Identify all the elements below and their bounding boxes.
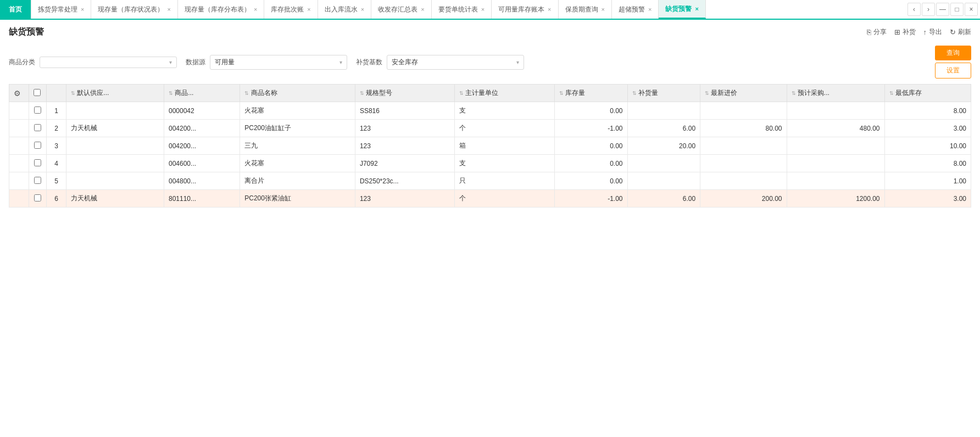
main-content: 缺货预警 ⎘ 分享 ⊞ 补货 ↑ 导出 ↻ 刷新 商品分类 [0, 20, 980, 437]
category-select[interactable]: ▾ [40, 57, 177, 68]
replenish-icon: ⊞ [894, 28, 900, 36]
row-supplier [66, 155, 164, 172]
row-num: 4 [47, 155, 66, 172]
row-check-cell[interactable] [29, 120, 47, 137]
replenish-base-label: 补货基数 [356, 58, 382, 67]
refresh-label: 刷新 [958, 27, 971, 37]
tab-close-icon[interactable]: × [602, 6, 605, 13]
column-product-name[interactable]: ⇅ 商品名称 [240, 85, 355, 102]
row-checkbox[interactable] [34, 177, 41, 184]
row-unit: 只 [454, 172, 554, 190]
column-unit[interactable]: ⇅ 主计量单位 [454, 85, 554, 102]
row-check-cell[interactable] [29, 155, 47, 172]
tab-close-icon[interactable]: × [361, 6, 364, 13]
replenish-button[interactable]: ⊞ 补货 [894, 27, 916, 37]
row-unit: 个 [454, 190, 554, 208]
column-latest-price[interactable]: ⇅ 最新进价 [700, 85, 787, 102]
export-label: 导出 [929, 27, 942, 37]
share-button[interactable]: ⎘ 分享 [867, 27, 887, 37]
tab-close-icon[interactable]: × [648, 6, 652, 13]
column-product-code[interactable]: ⇅ 商品... [164, 85, 240, 102]
tab-close-icon[interactable]: × [481, 6, 485, 13]
tab-minimize-btn[interactable]: — [936, 3, 949, 16]
column-est-purchase[interactable]: ⇅ 预计采购... [787, 85, 884, 102]
row-spec: 123 [355, 120, 454, 137]
tab-receive-summary[interactable]: 收发存汇总表× [371, 0, 431, 19]
tab-close-icon[interactable]: × [81, 6, 84, 13]
tab-label: 拣货异常处理 [38, 5, 77, 14]
row-latest-price: 200.00 [700, 190, 787, 208]
tab-shortage[interactable]: 缺货预警× [659, 0, 705, 19]
row-stock: -1.00 [554, 190, 627, 208]
row-replenish-qty [627, 155, 700, 172]
row-latest-price [700, 155, 787, 172]
tab-close-icon[interactable]: × [548, 6, 551, 13]
gear-icon[interactable]: ⚙ [14, 89, 21, 98]
tab-expiry-query[interactable]: 保质期查询× [559, 0, 612, 19]
tab-home[interactable]: 首页 [0, 0, 31, 19]
row-checkbox[interactable] [34, 124, 41, 131]
tab-maximize-btn[interactable]: □ [950, 3, 964, 16]
replenish-label: 补货 [903, 27, 916, 37]
tab-close-icon[interactable]: × [254, 6, 257, 13]
tab-inout-flow[interactable]: 出入库流水× [318, 0, 371, 19]
tab-label: 可用量库存账本 [498, 5, 544, 14]
datasource-filter-group: 数据源 可用量 ▾ [186, 55, 347, 70]
row-min-stock: 10.00 [884, 137, 971, 155]
row-est-purchase: 1200.00 [787, 190, 884, 208]
column-replenish-qty[interactable]: ⇅ 补货量 [627, 85, 700, 102]
column-gear[interactable]: ⚙ [9, 85, 29, 102]
column-default-supplier[interactable]: ⇅ 默认供应... [66, 85, 164, 102]
share-label: 分享 [873, 27, 887, 37]
table-row: 2 力天机械 004200... PC200油缸缸子 123 个 -1.00 6… [9, 120, 971, 137]
row-checkbox[interactable] [34, 142, 41, 149]
tab-prev-btn[interactable]: ‹ [907, 3, 921, 16]
query-button[interactable]: 查询 [935, 46, 971, 60]
replenish-base-select[interactable]: 安全库存 ▾ [387, 55, 524, 70]
category-filter-group: 商品分类 ▾ [9, 57, 177, 68]
tab-abnormal[interactable]: 拣货异常处理× [31, 0, 91, 19]
tab-batch-account[interactable]: 库存批次账× [264, 0, 318, 19]
column-stock[interactable]: ⇅ 库存量 [554, 85, 627, 102]
row-replenish-qty [627, 102, 700, 120]
column-spec[interactable]: ⇅ 规格型号 [355, 85, 454, 102]
row-product-name: PC200张紧油缸 [240, 190, 355, 208]
replenish-base-chevron-icon: ▾ [516, 59, 519, 65]
page-title: 缺货预警 [9, 26, 44, 38]
tab-close-icon[interactable]: × [695, 5, 698, 12]
export-button[interactable]: ↑ 导出 [923, 27, 943, 37]
refresh-button[interactable]: ↻ 刷新 [950, 27, 971, 37]
row-replenish-qty: 20.00 [627, 137, 700, 155]
row-check-cell[interactable] [29, 137, 47, 155]
datasource-select[interactable]: 可用量 ▾ [210, 55, 347, 70]
row-check-cell[interactable] [29, 190, 47, 208]
row-checkbox[interactable] [34, 159, 41, 166]
tab-close-icon[interactable]: × [307, 6, 310, 13]
tab-overstock[interactable]: 超储预警× [612, 0, 659, 19]
row-check-cell[interactable] [29, 102, 47, 120]
tab-stock-status[interactable]: 现存量（库存状况表）× [91, 0, 177, 19]
tab-stock-dist[interactable]: 现存量（库存分布表）× [178, 0, 264, 19]
tab-close-icon[interactable]: × [421, 6, 424, 13]
table-row: 6 力天机械 801110... PC200张紧油缸 123 个 -1.00 6… [9, 190, 971, 208]
tab-close-btn[interactable]: × [965, 3, 978, 16]
row-min-stock: 3.00 [884, 190, 971, 208]
row-replenish-qty: 6.00 [627, 190, 700, 208]
column-min-stock[interactable]: ⇅ 最低库存 [884, 85, 971, 102]
row-check-cell[interactable] [29, 172, 47, 190]
select-all-checkbox[interactable] [34, 89, 41, 96]
settings-button[interactable]: 设置 [935, 63, 971, 79]
row-stock: 0.00 [554, 102, 627, 120]
tab-demand-stat[interactable]: 要货单统计表× [432, 0, 492, 19]
row-est-purchase [787, 102, 884, 120]
tab-available-ledger[interactable]: 可用量库存账本× [492, 0, 558, 19]
tab-close-icon[interactable]: × [167, 6, 170, 13]
datasource-select-value: 可用量 [215, 58, 235, 67]
row-checkbox[interactable] [34, 107, 41, 114]
filter-button-group: 查询 设置 [935, 46, 971, 79]
row-num: 3 [47, 137, 66, 155]
category-filter-label: 商品分类 [9, 58, 35, 67]
tab-next-btn[interactable]: › [922, 3, 935, 16]
row-checkbox[interactable] [34, 194, 41, 201]
row-min-stock: 8.00 [884, 102, 971, 120]
